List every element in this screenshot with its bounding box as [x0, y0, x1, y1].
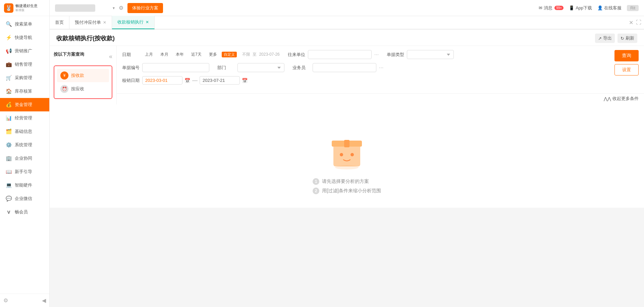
app-download-button[interactable]: 📱 App下载	[569, 5, 592, 11]
date-btn-more[interactable]: 更多	[206, 51, 220, 58]
filter-panel: 按以下方案查询 « ¥ 按收款 ⏰ 按应收	[50, 46, 644, 104]
tab-prepay-close-icon[interactable]: ✕	[103, 20, 106, 25]
sales-icon: 💼	[5, 61, 12, 68]
receivable-icon: ⏰	[60, 85, 68, 93]
collapse-more-button[interactable]: ⋀⋀ 收起更多条件	[604, 96, 639, 102]
system-icon: ⚙️	[5, 142, 12, 148]
sidebar-item-label: 营销推广	[15, 48, 32, 54]
export-icon: ↗	[598, 36, 602, 41]
bill-no-input[interactable]	[142, 63, 209, 72]
filter-option-by-receipt[interactable]: ¥ 按收款	[57, 69, 109, 82]
writeoff-start-calendar-icon[interactable]: 📅	[184, 78, 190, 83]
inventory-icon: 🏠	[5, 88, 12, 95]
tab-prepay[interactable]: 预付冲应付单 ✕	[69, 16, 112, 29]
tab-home[interactable]: 首页	[50, 16, 69, 29]
gear-icon[interactable]: ⚙	[119, 5, 123, 11]
sidebar-item-operation[interactable]: 📊 经营管理	[0, 111, 49, 125]
sidebar-collapse-icon[interactable]: ◀	[42, 297, 46, 304]
sidebar-item-inventory[interactable]: 🏠 库存核算	[0, 85, 49, 98]
download-icon: 📱	[569, 5, 574, 10]
no-limit-label: 不限	[242, 52, 250, 57]
date-btn-thismonth[interactable]: 本月	[158, 51, 171, 58]
counterpart-input[interactable]	[308, 50, 372, 59]
date-start-value: 2023-07-26	[259, 52, 279, 57]
bill-type-select[interactable]	[407, 50, 454, 59]
filter-option-by-receivable[interactable]: ⏰ 按应收	[57, 82, 109, 96]
user-avatar[interactable]: Rit	[627, 5, 639, 11]
filter-fields: 日期 上月 本月 本年 近7天 更多 自定义	[117, 46, 614, 93]
empty-tips: 1 请先选择要分析的方案 2 用[过滤]条件来缩小分析范围	[313, 178, 381, 194]
date-field: 日期 上月 本月 本年 近7天 更多 自定义	[122, 51, 237, 58]
empty-state: 1 请先选择要分析的方案 2 用[过滤]条件来缩小分析范围	[50, 104, 644, 208]
sidebar-settings-icon[interactable]: ⚙	[3, 297, 8, 304]
refresh-button[interactable]: ↻ 刷新	[618, 34, 637, 43]
tabbar-actions: ✕ ⛶	[629, 19, 644, 26]
writeoff-end-calendar-icon[interactable]: 📅	[242, 78, 248, 83]
brand-text	[55, 4, 95, 12]
sidebar-item-purchase[interactable]: 🛒 采购管理	[0, 71, 49, 85]
online-service-label: 在线客服	[604, 5, 622, 11]
sidebar-item-label: 搜索菜单	[15, 21, 32, 27]
sidebar-item-marketing[interactable]: 📢 营销推广	[0, 44, 49, 58]
sidebar-logo: 🐰 畅捷通好生意 标准版	[0, 0, 49, 16]
sidebar-item-system[interactable]: ⚙️ 系统管理	[0, 138, 49, 152]
salesperson-dots-icon[interactable]: ···	[379, 65, 383, 71]
sidebar-item-guide[interactable]: 📖 新手引导	[0, 165, 49, 178]
empty-tip-1: 1 请先选择要分析的方案	[313, 178, 369, 185]
filter-left: 按以下方案查询 « ¥ 按收款 ⏰ 按应收	[50, 46, 117, 104]
writeoff-start-input[interactable]	[142, 76, 182, 85]
page-header-actions: ↗ 导出 ↻ 刷新	[595, 34, 637, 43]
tab-writeoff-close-icon[interactable]: ✕	[146, 20, 149, 24]
service-icon: 👤	[597, 5, 603, 10]
tabbar-close-all-icon[interactable]: ✕	[629, 19, 633, 26]
svg-rect-2	[344, 140, 350, 147]
filter-right-area: 日期 上月 本月 本年 近7天 更多 自定义	[117, 46, 644, 104]
content-area: 收款核销执行(按收款) ↗ 导出 ↻ 刷新 按以下方案查询 «	[50, 30, 644, 307]
sidebar-item-label: 系统管理	[15, 142, 32, 148]
sidebar-item-search[interactable]: 🔍 搜索菜单	[0, 17, 49, 31]
export-button[interactable]: ↗ 导出	[595, 34, 615, 43]
empty-svg-illustration	[327, 131, 367, 171]
tabbar-expand-icon[interactable]: ⛶	[636, 19, 641, 25]
filter-row-3: 核销日期 📅 — 📅	[122, 76, 609, 85]
sidebar-item-collab[interactable]: 🏢 企业协同	[0, 152, 49, 165]
date-btn-thisyear[interactable]: 本年	[173, 51, 186, 58]
counterpart-dots-icon[interactable]: ···	[374, 52, 379, 58]
trial-button[interactable]: 体验行业方案	[127, 3, 163, 13]
tab-writeoff[interactable]: 收款核销执行 ✕	[112, 16, 155, 29]
filter-row-2: 单据编号 部门 业务员 ···	[122, 63, 609, 72]
date-btn-7days[interactable]: 近7天	[189, 51, 204, 58]
query-button[interactable]: 查询	[614, 50, 639, 61]
salesperson-input[interactable]	[313, 63, 376, 72]
date-custom-badge[interactable]: 自定义	[222, 52, 237, 57]
date-no-limit-text: 不限 至 2023-07-26	[242, 52, 280, 57]
sidebar-item-member[interactable]: V 畅会员	[0, 205, 49, 219]
receipt-icon: ¥	[60, 71, 68, 80]
shortcut-icon: ⚡	[5, 34, 12, 41]
collab-icon: 🏢	[5, 155, 12, 162]
sidebar-item-label: 资金管理	[15, 102, 32, 108]
filter-collapse-icon[interactable]: «	[109, 53, 112, 60]
setting-button[interactable]: 设置	[614, 64, 639, 75]
sidebar-item-shortcut[interactable]: ⚡ 快捷导航	[0, 31, 49, 44]
sidebar-item-label: 基础信息	[15, 129, 32, 135]
sidebar-item-finance[interactable]: 💰 资金管理	[0, 98, 49, 111]
dept-select[interactable]	[237, 63, 284, 72]
dept-field: 部门	[217, 63, 284, 72]
sidebar-item-hardware[interactable]: 💻 智能硬件	[0, 178, 49, 192]
sidebar-item-label: 新手引导	[15, 169, 32, 175]
sidebar-item-wechat[interactable]: 💬 企业微信	[0, 192, 49, 205]
writeoff-end-input[interactable]	[200, 76, 240, 85]
export-label: 导出	[603, 35, 612, 41]
online-service-button[interactable]: 👤 在线客服	[597, 5, 622, 11]
message-button[interactable]: ✉ 消息 99+	[539, 5, 564, 11]
bill-type-label: 单据类型	[387, 52, 404, 58]
sidebar-item-sales[interactable]: 💼 销售管理	[0, 58, 49, 71]
sidebar-item-basic[interactable]: 🗂️ 基础信息	[0, 125, 49, 138]
tabbar: 首页 预付冲应付单 ✕ 收款核销执行 ✕ ✕ ⛶	[50, 16, 644, 30]
date-options-group: 上月 本月 本年 近7天 更多 自定义	[142, 51, 237, 58]
svg-rect-0	[333, 145, 360, 166]
date-btn-lastmonth[interactable]: 上月	[142, 51, 156, 58]
message-badge: 99+	[554, 6, 564, 10]
chevron-down-icon[interactable]: ▾	[113, 6, 115, 10]
